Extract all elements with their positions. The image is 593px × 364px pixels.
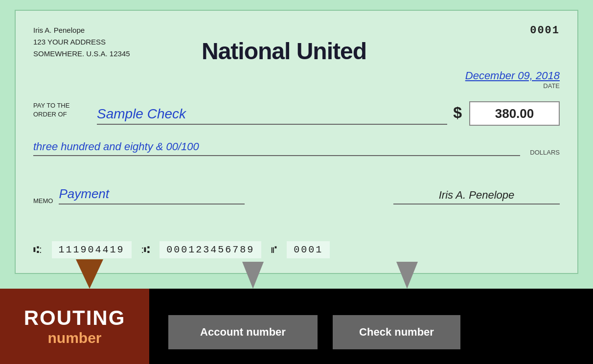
memo-value: Payment xyxy=(59,186,109,202)
account-number: 000123456789 xyxy=(160,241,261,258)
memo-section: MEMO Payment Iris A. Penelope xyxy=(33,187,560,205)
written-amount: three hundred and eighty & 00/100 xyxy=(33,140,520,156)
dollar-sign: $ xyxy=(453,104,462,122)
written-amount-section: three hundred and eighty & 00/100 DOLLAR… xyxy=(33,140,560,156)
payee-name: Sample Check xyxy=(97,106,186,122)
date-area: December 09, 2018 DATE xyxy=(465,69,560,90)
amount-box: 380.00 xyxy=(469,101,560,126)
micr-symbol-equal: ⑈ xyxy=(271,244,277,255)
micr-symbol-left: ⑆: xyxy=(33,244,42,255)
routing-label-line1: ROUTING xyxy=(24,306,126,330)
check-label-box: Check number xyxy=(333,315,460,349)
holder-name: Iris A. Penelope xyxy=(33,24,130,36)
routing-box: ROUTING number xyxy=(0,289,149,364)
bank-name: National United xyxy=(202,38,412,65)
pay-line: Sample Check xyxy=(97,101,447,125)
signature-line: Iris A. Penelope xyxy=(393,187,560,205)
routing-arrow xyxy=(76,259,103,289)
account-holder: Iris A. Penelope 123 YOUR ADDRESS SOMEWH… xyxy=(33,24,130,60)
holder-address1: 123 YOUR ADDRESS xyxy=(33,36,130,48)
check-paper: 0001 National United Iris A. Penelope 12… xyxy=(15,10,578,274)
account-arrow xyxy=(242,262,264,289)
pay-label: PAY TO THE ORDER OF xyxy=(33,101,69,119)
micr-line: ⑆: 111904419 :⑆ 000123456789 ⑈ 0001 xyxy=(33,241,560,258)
account-label-box: Account number xyxy=(168,315,318,349)
micr-symbol-right: :⑆ xyxy=(141,244,150,255)
check-arrow xyxy=(396,262,418,289)
holder-address2: SOMEWHERE. U.S.A. 12345 xyxy=(33,48,130,60)
date-value: December 09, 2018 xyxy=(465,69,560,82)
memo-label: MEMO xyxy=(33,197,53,205)
check-number-micr: 0001 xyxy=(287,241,330,258)
routing-number: 111904419 xyxy=(52,241,132,258)
check-number-top: 0001 xyxy=(530,24,560,37)
account-label-text: Account number xyxy=(200,326,286,339)
routing-label-line2: number xyxy=(47,330,101,346)
memo-line: Payment xyxy=(59,187,245,205)
date-label: DATE xyxy=(465,82,560,90)
signature-value: Iris A. Penelope xyxy=(439,189,515,202)
dollars-label: DOLLARS xyxy=(530,149,560,156)
check-label-text: Check number xyxy=(359,326,434,339)
